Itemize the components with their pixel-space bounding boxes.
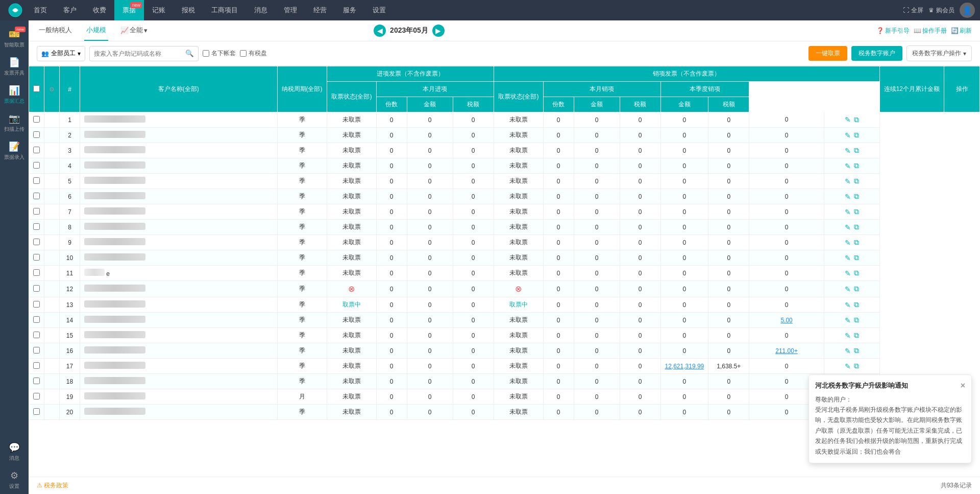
row-checkbox[interactable] xyxy=(33,162,40,169)
edit-icon[interactable]: ✎ xyxy=(845,316,851,324)
sidebar-item-smart-ticket[interactable]: new 🎫 智能取票 xyxy=(0,25,29,53)
edit-icon[interactable]: ✎ xyxy=(845,147,851,155)
member-button[interactable]: ♛ 购会员 xyxy=(928,6,954,15)
copy-icon[interactable]: ⧉ xyxy=(854,177,859,185)
tax-policy-link[interactable]: ⚠ 税务政策 xyxy=(37,481,68,490)
fullscreen-button[interactable]: ⛶ 全屏 xyxy=(903,6,923,15)
new-guide-link[interactable]: ❓ 新手引导 xyxy=(876,27,910,35)
copy-icon[interactable]: ⧉ xyxy=(854,131,859,139)
copy-icon[interactable]: ⧉ xyxy=(854,331,859,340)
copy-icon[interactable]: ⧉ xyxy=(854,223,859,231)
copy-icon[interactable]: ⧉ xyxy=(854,146,859,155)
nav-bookkeeping[interactable]: 记账 xyxy=(144,0,174,20)
row-checkbox[interactable] xyxy=(33,223,40,230)
nav-operation[interactable]: 经营 xyxy=(305,0,335,20)
row-select-checkbox[interactable] xyxy=(29,112,44,128)
digital-account-ops-button[interactable]: 税务数字账户操作 ▾ xyxy=(906,45,972,61)
row-select-checkbox[interactable] xyxy=(29,204,44,220)
edit-icon[interactable]: ✎ xyxy=(845,115,851,124)
row-checkbox[interactable] xyxy=(33,332,40,338)
sidebar-item-config[interactable]: ⚙ 设置 xyxy=(0,466,29,494)
row-checkbox[interactable] xyxy=(33,285,40,292)
digital-account-button[interactable]: 税务数字账户 xyxy=(851,46,902,61)
edit-icon[interactable]: ✎ xyxy=(845,193,851,201)
nav-tax[interactable]: 报税 xyxy=(174,0,203,20)
edit-icon[interactable]: ✎ xyxy=(845,301,851,309)
sidebar-item-invoice-open[interactable]: 📄 发票开具 xyxy=(0,53,29,81)
row-select-checkbox[interactable] xyxy=(29,143,44,158)
copy-icon[interactable]: ⧉ xyxy=(854,253,859,262)
row-checkbox[interactable] xyxy=(33,239,40,245)
row-checkbox[interactable] xyxy=(33,131,40,138)
manual-link[interactable]: 📖 操作手册 xyxy=(914,27,947,35)
row-select-checkbox[interactable] xyxy=(29,389,44,405)
row-select-checkbox[interactable] xyxy=(29,174,44,189)
row-select-checkbox[interactable] xyxy=(29,297,44,313)
row-checkbox[interactable] xyxy=(33,347,40,354)
row-checkbox[interactable] xyxy=(33,362,40,369)
row-checkbox[interactable] xyxy=(33,254,40,261)
app-logo[interactable] xyxy=(5,0,26,20)
copy-icon[interactable]: ⧉ xyxy=(854,192,859,201)
prev-month-button[interactable]: ◀ xyxy=(374,25,386,37)
refresh-link[interactable]: 🔄 刷新 xyxy=(951,27,972,35)
tax-disk-checkbox[interactable]: 有税盘 xyxy=(240,49,267,58)
edit-icon[interactable]: ✎ xyxy=(845,177,851,185)
row-select-checkbox[interactable] xyxy=(29,266,44,281)
edit-icon[interactable]: ✎ xyxy=(845,285,851,293)
nav-client[interactable]: 客户 xyxy=(55,0,85,20)
copy-icon[interactable]: ⧉ xyxy=(854,238,859,247)
copy-icon[interactable]: ⧉ xyxy=(854,346,859,355)
copy-icon[interactable]: ⧉ xyxy=(854,316,859,324)
row-select-checkbox[interactable] xyxy=(29,313,44,328)
continuous-amount-link[interactable]: 5.00 xyxy=(780,317,792,324)
row-select-checkbox[interactable] xyxy=(29,281,44,297)
nav-home[interactable]: 首页 xyxy=(26,0,55,20)
sidebar-item-message[interactable]: 💬 消息 xyxy=(0,438,29,466)
nav-fee[interactable]: 收费 xyxy=(85,0,114,20)
employee-select[interactable]: 👥 全部员工 ▾ xyxy=(37,46,85,61)
edit-icon[interactable]: ✎ xyxy=(845,362,851,370)
nav-service[interactable]: 服务 xyxy=(335,0,364,20)
nav-manage[interactable]: 管理 xyxy=(276,0,305,20)
row-select-checkbox[interactable] xyxy=(29,158,44,174)
row-checkbox[interactable] xyxy=(33,316,40,323)
nav-message[interactable]: 消息 xyxy=(246,0,276,20)
checkbox-tax-disk[interactable] xyxy=(240,50,247,57)
edit-icon[interactable]: ✎ xyxy=(845,269,851,277)
user-avatar[interactable]: 👤 xyxy=(960,3,975,18)
row-select-checkbox[interactable] xyxy=(29,328,44,343)
row-select-checkbox[interactable] xyxy=(29,189,44,204)
row-select-checkbox[interactable] xyxy=(29,250,44,266)
tab-small-scale[interactable]: 小规模 xyxy=(84,20,108,41)
copy-icon[interactable]: ⧉ xyxy=(854,300,859,309)
row-checkbox[interactable] xyxy=(33,301,40,308)
copy-icon[interactable]: ⧉ xyxy=(854,285,859,293)
row-checkbox[interactable] xyxy=(33,116,40,123)
row-select-checkbox[interactable] xyxy=(29,374,44,389)
search-button[interactable]: 🔍 xyxy=(181,46,199,61)
select-all-checkbox[interactable] xyxy=(33,85,40,92)
copy-icon[interactable]: ⧉ xyxy=(854,161,859,170)
copy-icon[interactable]: ⧉ xyxy=(854,362,859,370)
edit-icon[interactable]: ✎ xyxy=(845,347,851,355)
next-month-button[interactable]: ▶ xyxy=(432,25,445,37)
nav-business[interactable]: 工商项目 xyxy=(203,0,246,20)
copy-icon[interactable]: ⧉ xyxy=(854,115,859,124)
row-checkbox[interactable] xyxy=(33,408,40,415)
row-checkbox[interactable] xyxy=(33,393,40,399)
row-select-checkbox[interactable] xyxy=(29,128,44,143)
edit-icon[interactable]: ✎ xyxy=(845,131,851,139)
checkbox-name-accounts[interactable] xyxy=(203,50,209,57)
copy-icon[interactable]: ⧉ xyxy=(854,207,859,216)
row-checkbox[interactable] xyxy=(33,193,40,199)
tab-general-taxpayer[interactable]: 一般纳税人 xyxy=(37,20,74,41)
edit-icon[interactable]: ✎ xyxy=(845,239,851,247)
tab-all-type[interactable]: 📈 全能 ▾ xyxy=(118,20,150,41)
row-select-checkbox[interactable] xyxy=(29,343,44,359)
row-select-checkbox[interactable] xyxy=(29,220,44,235)
nav-ticket[interactable]: 票据 new xyxy=(114,0,144,20)
table-settings-icon[interactable]: ⚙ xyxy=(49,86,55,93)
edit-icon[interactable]: ✎ xyxy=(845,254,851,262)
refund-amount-link[interactable]: 12,621,319.99 xyxy=(665,363,704,370)
